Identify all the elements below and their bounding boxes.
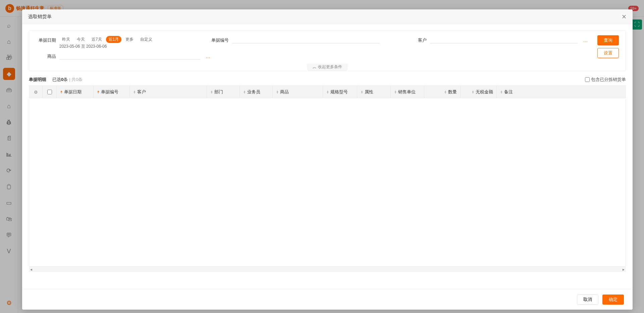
pill-7days[interactable]: 近7天 bbox=[89, 36, 105, 43]
filter-product-label: 商品 bbox=[45, 52, 56, 61]
filter-date: 单据日期 昨天 今天 近7天 近1月 更多 自定义 2023-05-06 至 bbox=[36, 36, 155, 49]
column-customer[interactable]: ▲▼客户 bbox=[130, 86, 207, 98]
chevron-up-icon: ︽ bbox=[313, 64, 317, 70]
scroll-right-icon[interactable]: ► bbox=[621, 268, 626, 271]
filter-code: 单据编号 bbox=[209, 36, 380, 49]
column-note[interactable]: ▲▼备注 bbox=[497, 86, 626, 98]
confirm-button[interactable]: 确定 bbox=[602, 295, 624, 305]
sort-icon: ▲▼ bbox=[326, 90, 329, 94]
settings-button[interactable]: 设置 bbox=[597, 48, 619, 58]
sort-icon: ▲▼ bbox=[472, 90, 474, 94]
total-count: | 共0条 bbox=[69, 77, 83, 83]
column-select-all[interactable] bbox=[43, 86, 57, 98]
pill-yesterday[interactable]: 昨天 bbox=[59, 36, 73, 43]
sort-icon: ▲▼ bbox=[243, 90, 246, 94]
filter-customer-label: 客户 bbox=[407, 36, 427, 45]
detail-table: ⚙ ▲▼单据日期 ▲▼单据编号 ▲▼客户 ▲▼部门 ▲▼业务员 ▲▼商品 ▲▼规… bbox=[29, 85, 626, 267]
column-settings-icon[interactable]: ⚙ bbox=[29, 86, 43, 98]
column-qty[interactable]: ▲▼数量 bbox=[424, 86, 461, 98]
column-biz[interactable]: ▲▼业务员 bbox=[240, 86, 273, 98]
pill-more[interactable]: 更多 bbox=[123, 36, 136, 43]
pill-custom[interactable]: 自定义 bbox=[138, 36, 155, 43]
code-input[interactable] bbox=[232, 36, 380, 43]
filter-customer: 客户 … bbox=[407, 36, 588, 49]
detail-title: 单据明细 bbox=[29, 77, 46, 83]
sort-icon: ▲▼ bbox=[97, 90, 100, 94]
sort-icon: ▲▼ bbox=[361, 90, 363, 94]
pill-today[interactable]: 今天 bbox=[74, 36, 88, 43]
table-header: ⚙ ▲▼单据日期 ▲▼单据编号 ▲▼客户 ▲▼部门 ▲▼业务员 ▲▼商品 ▲▼规… bbox=[29, 86, 626, 98]
scroll-left-icon[interactable]: ◄ bbox=[29, 268, 34, 271]
filter-panel: 单据日期 昨天 今天 近7天 近1月 更多 自定义 2023-05-06 至 bbox=[29, 30, 626, 71]
detail-header: 单据明细 已选0条 | 共0条 包含已分拣销货单 bbox=[29, 77, 626, 83]
date-range: 2023-05-06 至 2023-06-06 bbox=[59, 44, 155, 49]
product-input[interactable] bbox=[59, 52, 200, 59]
column-dept[interactable]: ▲▼部门 bbox=[207, 86, 240, 98]
modal-title: 选取销货单 bbox=[28, 14, 52, 20]
product-picker-icon[interactable]: … bbox=[206, 52, 210, 61]
date-to: 2023-06-06 bbox=[86, 44, 107, 49]
sort-icon: ▲▼ bbox=[276, 90, 279, 94]
date-from: 2023-05-06 bbox=[59, 44, 80, 49]
include-split-label: 包含已分拣销货单 bbox=[591, 77, 626, 83]
modal-body: 单据日期 昨天 今天 近7天 近1月 更多 自定义 2023-05-06 至 bbox=[22, 24, 633, 289]
collapse-label: 收起更多条件 bbox=[318, 64, 342, 70]
customer-picker-icon[interactable]: … bbox=[583, 36, 588, 45]
filter-date-label: 单据日期 bbox=[36, 36, 56, 45]
sort-icon: ▲▼ bbox=[60, 90, 63, 94]
column-date[interactable]: ▲▼单据日期 bbox=[57, 86, 94, 98]
date-sep: 至 bbox=[81, 44, 85, 49]
filter-code-label: 单据编号 bbox=[209, 36, 229, 45]
column-amount[interactable]: ▲▼无税金额 bbox=[461, 86, 497, 98]
sort-icon: ▲▼ bbox=[394, 90, 397, 94]
pill-1month[interactable]: 近1月 bbox=[106, 36, 122, 43]
date-pills: 昨天 今天 近7天 近1月 更多 自定义 bbox=[59, 36, 155, 43]
select-all-checkbox[interactable] bbox=[47, 90, 52, 94]
sort-icon: ▲▼ bbox=[500, 90, 503, 94]
modal-header: 选取销货单 ✕ bbox=[22, 9, 633, 24]
collapse-conditions[interactable]: ︽ 收起更多条件 bbox=[307, 63, 347, 71]
column-product[interactable]: ▲▼商品 bbox=[273, 86, 323, 98]
sort-icon: ▲▼ bbox=[210, 90, 213, 94]
filter-product: 商品 … bbox=[45, 52, 210, 61]
select-sales-order-modal: 选取销货单 ✕ 单据日期 昨天 今天 近7天 近1月 更多 自定义 bbox=[22, 9, 633, 310]
filter-actions: 查询 设置 bbox=[597, 35, 619, 58]
modal-footer: 取消 确定 bbox=[22, 289, 633, 310]
column-spec[interactable]: ▲▼规格型号 bbox=[323, 86, 357, 98]
customer-input[interactable] bbox=[430, 36, 578, 43]
close-icon[interactable]: ✕ bbox=[622, 13, 627, 20]
column-unit[interactable]: ▲▼销售单位 bbox=[391, 86, 424, 98]
sort-icon: ▲▼ bbox=[444, 90, 447, 94]
column-attr[interactable]: ▲▼属性 bbox=[357, 86, 391, 98]
sort-icon: ▲▼ bbox=[133, 90, 136, 94]
cancel-button[interactable]: 取消 bbox=[577, 295, 598, 305]
selected-count: 已选0条 bbox=[52, 77, 68, 83]
include-split-checkbox[interactable]: 包含已分拣销货单 bbox=[585, 77, 626, 83]
table-horizontal-scrollbar[interactable]: ◄ ► bbox=[29, 267, 626, 272]
include-split-input[interactable] bbox=[585, 77, 590, 82]
column-code[interactable]: ▲▼单据编号 bbox=[94, 86, 130, 98]
search-button[interactable]: 查询 bbox=[597, 35, 619, 45]
